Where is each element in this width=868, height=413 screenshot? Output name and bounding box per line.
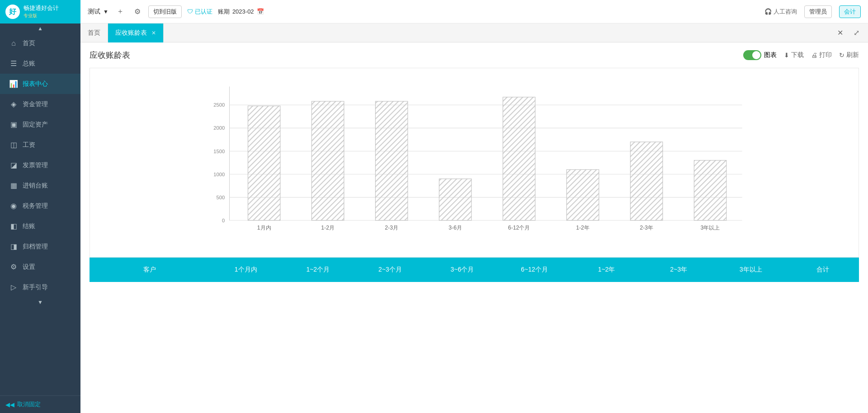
col-1-2month: 1~2个月 [282,258,354,282]
sidebar-item-label: 进销台账 [23,182,48,190]
sidebar-nav: ▲ ⌂ 首页 ☰ 总账 📊 报表中心 ◈ 资金管理 ▣ 固定资产 ◫ 工资 ◪ … [0,23,80,395]
logo-icon: 好 [5,5,20,19]
svg-rect-14 [248,106,280,220]
capital-icon: ◈ [9,100,18,108]
settings-button[interactable]: ⚙ [131,5,144,18]
sidebar-item-guide[interactable]: ▷ 新手引导 [0,277,80,297]
sidebar-item-salary[interactable]: ◫ 工资 [0,135,80,155]
page-toolbar: 图表 ⬇ 下载 🖨 打印 ↻ 刷新 [743,50,859,60]
main-area: 测试 ▼ ＋ ⚙ 切到旧版 🛡 已认证 账期 2023-02 📅 🎧 人工咨询 … [80,0,868,413]
sidebar-scroll-down[interactable]: ▼ [0,297,80,307]
svg-text:1月内: 1月内 [257,225,271,231]
chevron-down-icon: ▼ [103,9,108,15]
sidebar-scroll-up[interactable]: ▲ [0,23,80,33]
chart-toggle[interactable] [743,50,761,60]
tab-aging-label: 应收账龄表 [115,29,147,37]
svg-rect-24 [566,169,599,220]
sidebar-item-closing[interactable]: ◧ 结账 [0,216,80,236]
svg-text:0: 0 [222,218,225,223]
sidebar-item-purchase[interactable]: ▦ 进销台账 [0,175,80,196]
svg-text:2000: 2000 [213,125,225,131]
download-icon: ⬇ [784,52,789,59]
sidebar-item-reports[interactable]: 📊 报表中心 [0,74,80,94]
col-customer: 客户 [90,258,210,282]
col-1-2year: 1~2年 [571,258,643,282]
svg-text:3年以上: 3年以上 [701,225,720,231]
sidebar-item-home[interactable]: ⌂ 首页 [0,33,80,53]
tabbar: 首页 应收账龄表 ✕ ✕ ⤢ [80,23,868,42]
sidebar-item-label: 工资 [23,141,35,149]
sidebar-item-label: 固定资产 [23,121,48,129]
home-icon: ⌂ [9,39,18,47]
print-button[interactable]: 🖨 打印 [811,51,832,59]
invoice-icon: ◪ [9,161,18,169]
page-title: 应收账龄表 [90,50,130,61]
sidebar-item-tax[interactable]: ◉ 税务管理 [0,196,80,216]
sidebar-item-invoice[interactable]: ◪ 发票管理 [0,155,80,175]
sidebar: 好 畅捷通好会计 专业版 ▲ ⌂ 首页 ☰ 总账 📊 报表中心 ◈ 资金管理 ▣… [0,0,80,413]
closing-icon: ◧ [9,222,18,230]
content-area: 应收账龄表 图表 ⬇ 下载 🖨 打印 ↻ [80,42,868,413]
tab-close-button[interactable]: ✕ [834,27,846,39]
sidebar-item-settings[interactable]: ⚙ 设置 [0,257,80,277]
purchase-icon: ▦ [9,181,18,190]
tab-close-icon[interactable]: ✕ [151,30,156,36]
svg-text:1-2年: 1-2年 [576,225,590,231]
svg-text:3-6月: 3-6月 [448,225,462,231]
tab-expand-button[interactable]: ⤢ [850,27,863,39]
sidebar-item-label: 税务管理 [23,202,48,210]
logo-text-block: 畅捷通好会计 专业版 [24,5,59,19]
tab-aging-report[interactable]: 应收账龄表 ✕ [108,23,164,42]
sidebar-item-archive[interactable]: ◨ 归档管理 [0,236,80,257]
svg-text:2500: 2500 [213,102,225,108]
sidebar-item-label: 新手引导 [23,283,48,291]
refresh-button[interactable]: ↻ 刷新 [839,51,859,59]
col-2-3year: 2~3年 [642,258,715,282]
svg-text:1500: 1500 [213,149,225,154]
logo-badge: 专业版 [24,13,59,19]
svg-text:2-3年: 2-3年 [640,225,653,231]
tab-home[interactable]: 首页 [80,23,108,42]
manager-button[interactable]: 管理员 [804,5,832,18]
col-3plus-year: 3年以上 [715,258,787,282]
reports-icon: 📊 [9,80,18,88]
tabbar-actions: ✕ ⤢ [834,27,868,39]
sidebar-logo: 好 畅捷通好会计 专业版 [0,0,80,23]
sidebar-item-assets[interactable]: ▣ 固定资产 [0,114,80,135]
svg-text:1-2月: 1-2月 [321,225,335,231]
tab-home-label: 首页 [88,29,100,37]
calendar-icon[interactable]: 📅 [257,8,264,15]
certified-badge: 🛡 已认证 [187,8,212,16]
pin-label: 取消固定 [17,400,41,408]
chart-label: 图表 [764,51,777,59]
svg-rect-16 [311,101,344,221]
accountant-button[interactable]: 会计 [839,5,861,18]
project-selector[interactable]: 测试 ▼ [88,8,108,16]
project-name: 测试 [88,8,100,16]
sidebar-pin-button[interactable]: ◀◀ 取消固定 [0,395,80,413]
page-content: 应收账龄表 图表 ⬇ 下载 🖨 打印 ↻ [80,42,868,413]
sidebar-item-ledger[interactable]: ☰ 总账 [0,53,80,74]
tax-icon: ◉ [9,202,18,210]
bar-chart: 0 500 1000 1500 2000 2500 1月内 [99,77,849,248]
shield-icon: 🛡 [187,8,193,15]
add-button[interactable]: ＋ [114,5,127,18]
topbar-actions: ＋ ⚙ 切到旧版 [114,5,182,18]
consultant-button[interactable]: 🎧 人工咨询 [764,8,797,16]
sidebar-item-label: 首页 [23,39,35,47]
settings-icon: ⚙ [9,263,18,271]
col-3-6month: 3~6个月 [426,258,499,282]
svg-rect-28 [694,160,726,221]
col-6-12month: 6~12个月 [498,258,571,282]
page-header: 应收账龄表 图表 ⬇ 下载 🖨 打印 ↻ [90,50,859,61]
period-display: 账期 2023-02 📅 [218,8,264,16]
chart-area: 0 500 1000 1500 2000 2500 1月内 [90,68,859,258]
topbar: 测试 ▼ ＋ ⚙ 切到旧版 🛡 已认证 账期 2023-02 📅 🎧 人工咨询 … [80,0,868,23]
download-button[interactable]: ⬇ 下载 [784,51,804,59]
svg-text:6-12个月: 6-12个月 [508,225,530,231]
switch-version-button[interactable]: 切到旧版 [148,5,182,18]
logo-name: 畅捷通好会计 [24,5,59,12]
sidebar-item-label: 归档管理 [23,243,48,251]
sidebar-item-capital[interactable]: ◈ 资金管理 [0,94,80,114]
svg-rect-22 [503,97,535,221]
